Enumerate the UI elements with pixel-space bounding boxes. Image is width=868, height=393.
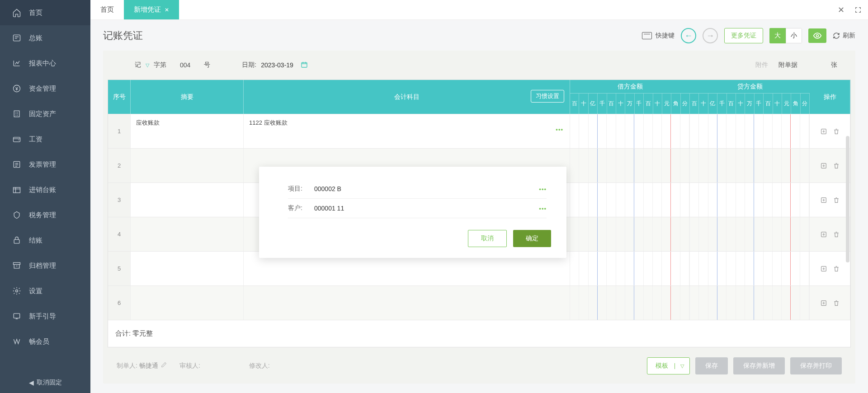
cell-summary[interactable]: [131, 149, 244, 182]
refresh-label: 刷新: [843, 32, 855, 40]
sidebar-label: 首页: [29, 9, 42, 17]
template-button[interactable]: 模板▽: [647, 357, 690, 374]
svg-rect-7: [14, 262, 20, 264]
cell-credit[interactable]: [690, 149, 810, 182]
cell-credit[interactable]: [690, 286, 810, 320]
cell-summary[interactable]: 应收账款: [131, 114, 244, 148]
delete-row-icon[interactable]: [833, 196, 840, 204]
sidebar-item-inventory[interactable]: 进销台账: [0, 177, 90, 202]
visibility-button[interactable]: [808, 28, 826, 43]
size-big[interactable]: 大: [769, 28, 786, 43]
sidebar-item-funds[interactable]: 资金管理: [0, 76, 90, 101]
cell-seq: 2: [108, 149, 131, 182]
delete-row-icon[interactable]: [833, 231, 840, 238]
sidebar-item-home[interactable]: 首页: [0, 0, 90, 25]
maker-label: 制单人:: [117, 362, 137, 369]
window-close-button[interactable]: ✕: [835, 5, 846, 15]
cell-debit[interactable]: [570, 217, 690, 251]
sidebar-pin-toggle[interactable]: ◀取消固定: [0, 372, 90, 393]
sidebar-label: 固定资产: [29, 110, 56, 118]
more-icon[interactable]: •••: [539, 186, 547, 192]
sidebar-item-close[interactable]: 结账: [0, 228, 90, 253]
next-button[interactable]: →: [703, 28, 718, 43]
delete-row-icon[interactable]: [833, 299, 840, 307]
cell-debit[interactable]: [570, 286, 690, 320]
cell-debit[interactable]: [570, 114, 690, 148]
sidebar-item-ledger[interactable]: 总账: [0, 25, 90, 51]
add-row-icon[interactable]: [820, 299, 827, 307]
th-credit: 贷方金额 百十亿千百十万千百十元角分: [690, 80, 810, 114]
chevron-down-icon[interactable]: ▽: [675, 363, 684, 369]
sidebar-item-salary[interactable]: 工资: [0, 126, 90, 152]
habit-settings-button[interactable]: 习惯设置: [531, 90, 564, 103]
sidebar-item-reports[interactable]: 报表中心: [0, 51, 90, 76]
more-icon[interactable]: •••: [556, 126, 563, 133]
voucher-footer: 制单人:畅捷通 审核人: 修改人: 模板▽ 保存 保存并新增 保存并打印: [103, 347, 855, 379]
size-small[interactable]: 小: [786, 28, 802, 43]
sidebar-item-vip[interactable]: 畅会员: [0, 329, 90, 354]
zhang-label: 张: [831, 61, 837, 69]
tax-icon: [12, 210, 22, 220]
fullscreen-button[interactable]: [853, 5, 863, 15]
add-row-icon[interactable]: [820, 128, 827, 135]
delete-row-icon[interactable]: [833, 162, 840, 169]
calendar-icon[interactable]: [301, 61, 308, 70]
delete-row-icon[interactable]: [833, 265, 840, 272]
cell-account[interactable]: 1122 应收账款•••: [244, 114, 570, 148]
save-new-button[interactable]: 保存并新增: [733, 357, 785, 374]
cell-ops: [810, 252, 850, 285]
add-row-icon[interactable]: [820, 231, 827, 238]
cancel-button[interactable]: 取消: [468, 230, 507, 247]
cell-credit[interactable]: [690, 114, 810, 148]
more-icon[interactable]: •••: [539, 205, 547, 212]
popup-value-project[interactable]: 000002 B: [314, 185, 539, 192]
refresh-button[interactable]: 刷新: [833, 32, 855, 40]
popup-value-customer[interactable]: 000001 11: [314, 205, 539, 212]
sidebar-label: 报表中心: [29, 59, 56, 68]
cell-credit[interactable]: [690, 183, 810, 217]
ok-button[interactable]: 确定: [513, 230, 551, 247]
add-row-icon[interactable]: [820, 162, 827, 169]
add-row-icon[interactable]: [820, 196, 827, 204]
cell-account[interactable]: [244, 286, 570, 320]
tab-home[interactable]: 首页: [90, 0, 124, 19]
cell-debit[interactable]: [570, 149, 690, 182]
save-button[interactable]: 保存: [695, 357, 728, 374]
voucher-number[interactable]: 004: [180, 61, 190, 69]
cell-summary[interactable]: [131, 252, 244, 285]
sidebar-item-assets[interactable]: 固定资产: [0, 101, 90, 126]
shortcut-button[interactable]: 快捷键: [642, 32, 675, 40]
date-value[interactable]: 2023-03-19: [261, 61, 293, 69]
add-row-icon[interactable]: [820, 265, 827, 272]
sidebar-item-guide[interactable]: 新手引导: [0, 304, 90, 329]
scrollbar[interactable]: [846, 136, 849, 262]
cell-debit[interactable]: [570, 183, 690, 217]
cell-ops: [810, 217, 850, 251]
sidebar-item-invoice[interactable]: 发票管理: [0, 152, 90, 177]
cell-debit[interactable]: [570, 252, 690, 285]
more-vouchers-button[interactable]: 更多凭证: [724, 28, 763, 43]
th-account: 会计科目习惯设置: [244, 80, 570, 114]
tab-new-voucher[interactable]: 新增凭证✕: [124, 0, 179, 19]
chevron-down-icon[interactable]: ▽: [146, 62, 149, 68]
cell-summary[interactable]: [131, 286, 244, 320]
cell-summary[interactable]: [131, 183, 244, 217]
close-icon[interactable]: ✕: [165, 7, 169, 13]
save-print-button[interactable]: 保存并打印: [790, 357, 842, 374]
cell-ops: [810, 183, 850, 217]
ledger-icon: [12, 33, 22, 43]
voucher-type[interactable]: 记: [135, 61, 141, 69]
sidebar-item-archive[interactable]: 归档管理: [0, 253, 90, 278]
cell-credit[interactable]: [690, 217, 810, 251]
sidebar-item-tax[interactable]: 税务管理: [0, 202, 90, 228]
attachment-button[interactable]: 附件: [750, 59, 773, 71]
total-label: 合计:: [115, 329, 131, 337]
sidebar-item-settings[interactable]: 设置: [0, 278, 90, 304]
edit-icon[interactable]: [161, 362, 167, 369]
sidebar: 首页 总账 报表中心 资金管理 固定资产 工资 发票管理 进销台账 税务管理 结…: [0, 0, 90, 393]
cell-summary[interactable]: [131, 217, 244, 251]
prev-button[interactable]: ←: [681, 28, 696, 43]
delete-row-icon[interactable]: [833, 128, 840, 135]
cell-credit[interactable]: [690, 252, 810, 285]
attach-list-label[interactable]: 附单据: [778, 61, 797, 69]
